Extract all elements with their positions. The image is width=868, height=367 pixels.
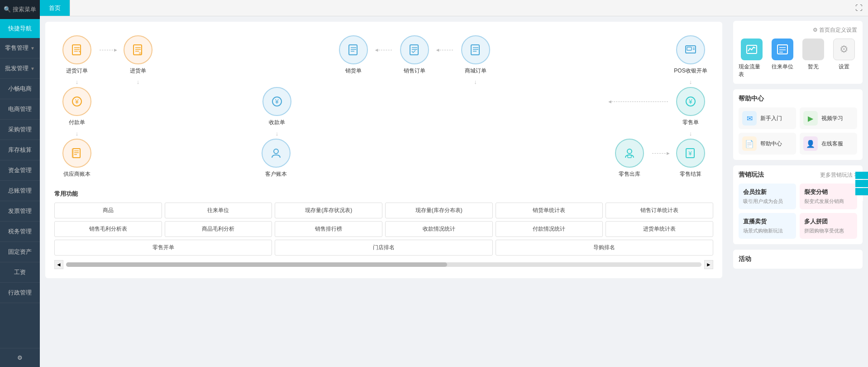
- func-grid-row3: 零售开单 门店排名 导购排名: [54, 240, 713, 256]
- quick-icon-units[interactable]: 往来单位: [769, 39, 796, 78]
- svg-rect-12: [410, 45, 418, 55]
- func-grid-row1: 商品 往来单位 现存量(库存状况表) 现存量(库存分布表) 销货单统计表 销售订…: [54, 203, 713, 218]
- func-btn-payment-stat[interactable]: 付款情况统计: [496, 221, 603, 237]
- func-btn-product[interactable]: 商品: [54, 203, 162, 218]
- quick-access-section: ⚙ 首页自定义设置 现金流量表 往来单位: [733, 21, 863, 84]
- sidebar-item-finance[interactable]: 资金管理: [0, 160, 40, 181]
- tab-bar: 首页 ⛶: [40, 0, 868, 16]
- marketing-item-member[interactable]: 会员拉新 吸引用户成为会员: [739, 184, 796, 209]
- func-btn-order-stat[interactable]: 销售订单统计表: [606, 203, 713, 218]
- float-btn-desktop[interactable]: 桌面快捷: [855, 188, 868, 195]
- scroll-thumb: [66, 262, 447, 267]
- flow-node-receipt[interactable]: ¥ 收款单: [254, 87, 300, 126]
- func-btn-retail-order[interactable]: 零售开单: [54, 240, 272, 256]
- settings-button[interactable]: ⚙: [0, 348, 40, 367]
- func-btn-sales-stat[interactable]: 销货单统计表: [496, 203, 603, 218]
- expand-icon: ⛶: [855, 4, 863, 12]
- chevron-down-icon: ▼: [30, 66, 35, 71]
- tab-home[interactable]: 首页: [40, 0, 70, 16]
- cashflow-icon-box: [741, 39, 763, 60]
- func-btn-gross-product[interactable]: 商品毛利分析: [165, 221, 272, 237]
- marketing-item-live[interactable]: 直播卖货 场景式购物新玩法: [739, 213, 796, 239]
- func-btn-sales-rank[interactable]: 销售排行榜: [275, 221, 382, 237]
- quick-icon-cashflow[interactable]: 现金流量表: [739, 39, 765, 78]
- purchase-order-icon: [62, 35, 91, 64]
- flow-node-supplier-ledger[interactable]: 供应商账本: [54, 139, 100, 178]
- customer-ledger-icon: [262, 139, 291, 168]
- flow-node-customer-ledger[interactable]: 客户账本: [253, 139, 299, 178]
- sidebar-item-salary[interactable]: 工资: [0, 262, 40, 283]
- func-btn-purchase-stat[interactable]: 进货单统计表: [606, 221, 713, 237]
- sidebar-item-tax[interactable]: 税务管理: [0, 222, 40, 242]
- common-functions-title: 常用功能: [54, 190, 713, 198]
- settings-icon-box: ⚙: [833, 39, 855, 60]
- svg-text:¥: ¥: [275, 98, 279, 105]
- marketing-item-group[interactable]: 多人拼团 拼团购物享受优惠: [800, 213, 857, 239]
- common-functions: 常用功能 商品 往来单位 现存量(库存状况表) 现存量(库存分布表) 销货单统计…: [54, 190, 713, 269]
- flow-node-retail-checkout[interactable]: ¥ 零售结算: [668, 139, 713, 178]
- retail-out-icon: [615, 139, 644, 168]
- func-btn-stock2[interactable]: 现存量(库存分布表): [385, 203, 493, 218]
- more-marketing-link[interactable]: 更多营销玩法 >: [820, 171, 857, 179]
- func-btn-units[interactable]: 往来单位: [165, 203, 272, 218]
- expand-button[interactable]: ⛶: [850, 4, 868, 12]
- help-item-beginner[interactable]: ✉ 新手入门: [739, 107, 796, 129]
- func-grid-row2: 销售毛利分析表 商品毛利分析 销售排行榜 收款情况统计 付款情况统计 进货单统计…: [54, 221, 713, 237]
- quick-nav-item[interactable]: 快捷导航: [0, 19, 40, 38]
- sidebar-item-ecom-mgmt[interactable]: 电商管理: [0, 99, 40, 120]
- marketing-grid: 会员拉新 吸引用户成为会员 裂变分销 裂变式发展分销商 直播卖货 场景式购物新玩…: [739, 184, 857, 239]
- activity-section: 活动: [733, 250, 863, 269]
- func-btn-receipt-stat[interactable]: 收款情况统计: [385, 221, 493, 237]
- sidebar-item-ledger[interactable]: 总账管理: [0, 181, 40, 201]
- flow-node-purchase[interactable]: 进货单: [115, 35, 161, 75]
- func-btn-gross-sales[interactable]: 销售毛利分析表: [54, 221, 162, 237]
- units-icon-box: [772, 39, 793, 60]
- sidebar-item-wholesale[interactable]: 批发管理 ▼: [0, 58, 40, 79]
- flow-node-payment[interactable]: ¥ 付款单: [54, 87, 100, 126]
- right-panel: ⚙ 首页自定义设置 现金流量表 往来单位: [728, 16, 868, 367]
- flow-node-sales[interactable]: 销货单: [331, 35, 376, 75]
- purchase-icon: [124, 35, 153, 64]
- search-menu[interactable]: 🔍 搜索菜单: [0, 0, 40, 19]
- help-item-video[interactable]: ▶ 视频学习: [800, 107, 857, 129]
- pos-icon: [676, 35, 705, 64]
- func-btn-guide-rank[interactable]: 导购排名: [496, 240, 713, 256]
- func-btn-stock1[interactable]: 现存量(库存状况表): [275, 203, 382, 218]
- float-btn-service[interactable]: 客服热线: [855, 172, 868, 179]
- flow-node-sales-order[interactable]: 销售订单: [392, 35, 437, 75]
- marketing-title: 营销玩法: [739, 171, 764, 179]
- receipt-icon: ¥: [262, 87, 291, 116]
- none-icon-box: [802, 39, 824, 60]
- svg-point-35: [274, 149, 278, 154]
- func-btn-store-rank[interactable]: 门店排名: [275, 240, 492, 256]
- flow-diagram: 进货订单 ► 进货单: [54, 31, 713, 183]
- beginner-icon: ✉: [742, 111, 757, 126]
- sidebar-item-inventory[interactable]: 库存核算: [0, 140, 40, 160]
- flow-node-retail-out[interactable]: 零售出库: [607, 139, 652, 178]
- sidebar-item-invoice[interactable]: 发票管理: [0, 201, 40, 222]
- retail-icon: ¥: [676, 87, 705, 116]
- content-area: 进货订单 ► 进货单: [40, 16, 868, 367]
- svg-rect-15: [471, 45, 479, 55]
- help-item-help[interactable]: 📄 帮助中心: [739, 133, 796, 155]
- sidebar-item-admin[interactable]: 行政管理: [0, 283, 40, 303]
- svg-rect-20: [687, 47, 692, 50]
- float-btn-community[interactable]: 服务社区: [855, 180, 868, 187]
- sidebar-item-retail[interactable]: 零售管理 ▼: [0, 38, 40, 58]
- flow-node-purchase-order[interactable]: 进货订单: [54, 35, 100, 75]
- flow-node-mall-order[interactable]: 商城订单: [453, 35, 498, 75]
- scroll-right-button[interactable]: ►: [704, 260, 713, 269]
- flow-node-pos[interactable]: POS收银开单: [668, 35, 713, 75]
- customize-link[interactable]: ⚙ 首页自定义设置: [813, 26, 857, 34]
- marketing-item-fission[interactable]: 裂变分销 裂变式发展分销商: [800, 184, 857, 209]
- svg-rect-41: [777, 45, 787, 54]
- svg-rect-30: [73, 149, 80, 158]
- scroll-left-button[interactable]: ◄: [54, 260, 63, 269]
- sidebar-item-purchase[interactable]: 采购管理: [0, 120, 40, 140]
- quick-icon-settings[interactable]: ⚙ 设置: [831, 39, 857, 78]
- flow-node-retail[interactable]: ¥ 零售单: [668, 87, 713, 126]
- sidebar-item-ecom[interactable]: 小畅电商: [0, 79, 40, 99]
- sidebar-item-assets[interactable]: 固定资产: [0, 242, 40, 262]
- search-icon: 🔍: [4, 6, 11, 13]
- help-item-service[interactable]: 👤 在线客服: [800, 133, 857, 155]
